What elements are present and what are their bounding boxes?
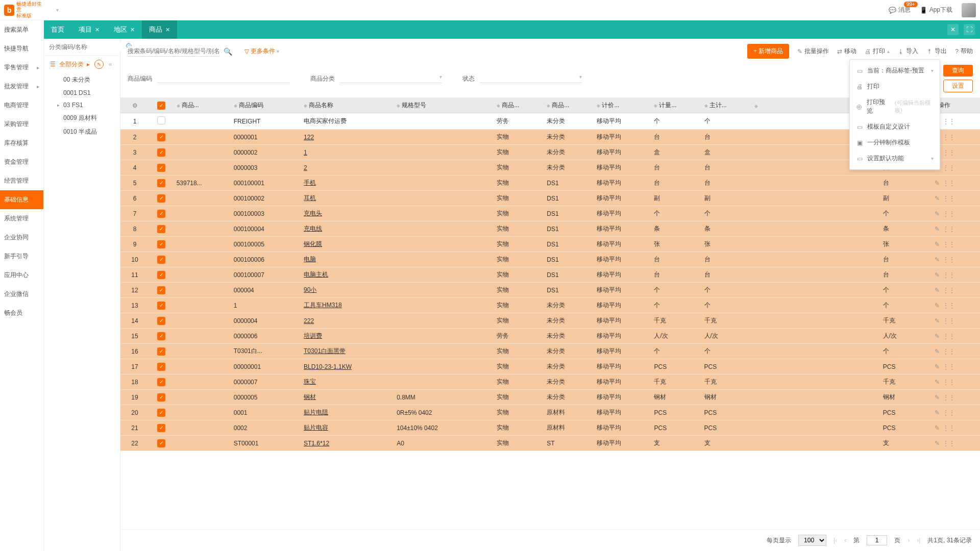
row-checkbox[interactable]: ✓	[157, 302, 165, 310]
column-header[interactable]: ◆商品...	[174, 98, 231, 113]
more-icon[interactable]: ⋮⋮	[943, 256, 955, 263]
product-name-link[interactable]: 2	[304, 164, 307, 171]
column-header[interactable]: ◆计量...	[651, 98, 701, 113]
product-name-link[interactable]: 钢材	[304, 393, 316, 400]
edit-icon[interactable]: ✎	[935, 333, 940, 340]
per-page-select[interactable]: 100	[798, 535, 826, 546]
tree-node[interactable]: 00 未分类	[54, 73, 120, 87]
row-checkbox[interactable]: ✓	[157, 393, 165, 402]
sidebar-item[interactable]: 批发管理▸	[0, 77, 43, 96]
row-checkbox[interactable]: ✓	[157, 240, 165, 248]
more-icon[interactable]: ⋮⋮	[943, 394, 955, 401]
dd-current-template[interactable]: ▭ 当前：商品标签-预置 ▾	[850, 63, 940, 79]
sidebar-item[interactable]: 资金管理	[0, 153, 43, 171]
row-checkbox[interactable]: ✓	[157, 179, 165, 187]
tree-search-input[interactable]	[49, 43, 126, 51]
tree-edit-button[interactable]: ✎	[94, 60, 104, 69]
row-checkbox[interactable]: ✓	[157, 424, 165, 432]
pager-first-button[interactable]: |‹	[834, 537, 837, 544]
product-name-link[interactable]: BLD10-23-1.1KW	[304, 363, 352, 370]
column-header[interactable]: ◆规格型号	[394, 98, 494, 113]
more-icon[interactable]: ⋮⋮	[943, 118, 955, 125]
dd-print-preview[interactable]: ◎打印预览(可编辑当前模板)	[850, 94, 940, 119]
more-icon[interactable]: ⋮⋮	[943, 363, 955, 370]
column-header[interactable]: ◆商品编码	[231, 98, 301, 113]
product-name-link[interactable]: 珠宝	[304, 378, 316, 385]
row-checkbox[interactable]: ✓	[157, 347, 165, 356]
import-link[interactable]: ⭳导入	[898, 47, 918, 56]
pager-last-button[interactable]: ›|	[917, 537, 920, 544]
app-download-link[interactable]: 📱 App下载	[920, 6, 952, 14]
edit-icon[interactable]: ✎	[935, 409, 940, 416]
more-icon[interactable]: ⋮⋮	[943, 287, 955, 294]
search-icon[interactable]: 🔍	[224, 47, 232, 56]
close-icon[interactable]: ✕	[165, 27, 170, 33]
product-name-link[interactable]: T0301白面黑带	[304, 347, 346, 355]
more-icon[interactable]: ⋮⋮	[943, 409, 955, 416]
more-icon[interactable]: ⋮⋮	[943, 226, 955, 233]
more-icon[interactable]: ⋮⋮	[943, 440, 955, 447]
dd-quick-template[interactable]: ▣一分钟制作模板	[850, 135, 940, 151]
edit-icon[interactable]: ✎	[935, 440, 940, 447]
tab[interactable]: 项目✕	[71, 20, 107, 39]
filter-code-input[interactable]	[157, 74, 290, 83]
tree-node[interactable]: 0009 原材料	[54, 111, 120, 125]
edit-icon[interactable]: ✎	[935, 363, 940, 370]
edit-icon[interactable]: ✎	[935, 348, 940, 355]
filter-category-select[interactable]: ▾	[340, 74, 442, 83]
tab-close-all-button[interactable]: ✕	[947, 24, 959, 35]
row-checkbox[interactable]: ✓	[157, 164, 165, 172]
more-icon[interactable]: ⋮⋮	[943, 195, 955, 202]
product-name-link[interactable]: 耳机	[304, 194, 316, 202]
edit-icon[interactable]: ✎	[935, 241, 940, 248]
row-checkbox[interactable]: ✓	[157, 439, 165, 447]
export-link[interactable]: ⭱导出	[926, 47, 947, 56]
edit-icon[interactable]: ✎	[935, 271, 940, 279]
column-header[interactable]: ◆商品...	[544, 98, 594, 113]
edit-icon[interactable]: ✎	[935, 287, 940, 294]
sidebar-item[interactable]: 基础信息	[0, 190, 43, 209]
query-button[interactable]: 查询	[943, 65, 973, 77]
more-conditions-link[interactable]: ▽ 更多条件 ▾	[244, 47, 279, 56]
column-header[interactable]: ◆商品...	[494, 98, 544, 113]
row-checkbox[interactable]: ✓	[157, 225, 165, 233]
tab[interactable]: 商品✕	[142, 20, 177, 39]
column-header[interactable]: ◆主计...	[701, 98, 751, 113]
row-checkbox[interactable]: ✓	[157, 409, 165, 417]
product-name-link[interactable]: 充电头	[304, 210, 322, 217]
column-header[interactable]: ✓	[149, 98, 174, 113]
tree-all-categories[interactable]: ☰ 全部分类 ▸ ✎ «	[44, 56, 120, 73]
edit-icon[interactable]: ✎	[935, 256, 940, 263]
edit-icon[interactable]: ✎	[935, 317, 940, 324]
settings-button[interactable]: 设置	[943, 80, 973, 92]
close-icon[interactable]: ✕	[130, 27, 135, 33]
more-icon[interactable]: ⋮⋮	[943, 348, 955, 355]
more-icon[interactable]: ⋮⋮	[943, 164, 955, 171]
filter-status-select[interactable]: ▾	[480, 74, 582, 83]
product-name-link[interactable]: 1	[304, 149, 307, 156]
product-name-link[interactable]: 工具车HM318	[304, 302, 342, 309]
sidebar-item[interactable]: 快捷导航	[0, 39, 43, 58]
more-icon[interactable]: ⋮⋮	[943, 210, 955, 217]
dd-set-default[interactable]: ▭设置默认功能▾	[850, 151, 940, 166]
gear-icon[interactable]: ⚙	[132, 102, 138, 109]
product-name-link[interactable]: 电脑	[304, 256, 316, 263]
fullscreen-button[interactable]: ⛶	[964, 24, 975, 35]
dd-custom-template[interactable]: ▭模板自定义设计	[850, 119, 940, 135]
more-icon[interactable]: ⋮⋮	[943, 317, 955, 324]
product-name-link[interactable]: 122	[304, 134, 314, 141]
sidebar-item[interactable]: 电商管理	[0, 96, 43, 115]
product-name-link[interactable]: ST1.6*12	[304, 440, 329, 447]
print-link[interactable]: 🖨打印▴	[865, 47, 890, 56]
row-checkbox[interactable]: ✓	[157, 148, 165, 157]
row-checkbox[interactable]: ✓	[157, 256, 165, 264]
avatar[interactable]	[962, 3, 976, 17]
more-icon[interactable]: ⋮⋮	[943, 424, 955, 432]
row-checkbox[interactable]: ✓	[157, 210, 165, 218]
row-checkbox[interactable]: ✓	[157, 317, 165, 325]
more-icon[interactable]: ⋮⋮	[943, 271, 955, 279]
tree-node[interactable]: ▸03 FS1	[54, 99, 120, 111]
product-name-link[interactable]: 钢化膜	[304, 240, 322, 247]
more-icon[interactable]: ⋮⋮	[943, 180, 955, 187]
close-icon[interactable]: ✕	[95, 27, 100, 33]
